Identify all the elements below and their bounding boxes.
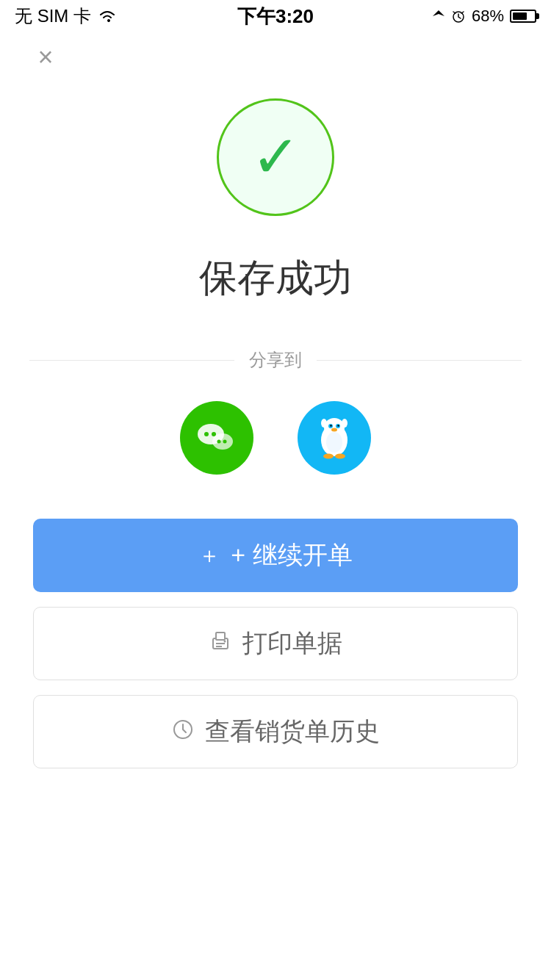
svg-point-4 — [212, 433, 233, 450]
main-content: ✓ 保存成功 分享到 — [0, 32, 551, 768]
success-circle: ✓ — [217, 98, 334, 216]
status-left: 无 SIM 卡 — [15, 4, 118, 28]
svg-point-6 — [223, 440, 227, 444]
qq-share-button[interactable] — [298, 401, 371, 475]
battery-percentage: 68% — [472, 7, 504, 26]
svg-rect-22 — [216, 646, 222, 647]
alarm-icon — [451, 9, 466, 24]
close-icon: × — [37, 44, 53, 71]
share-icons — [180, 401, 371, 475]
wechat-share-button[interactable] — [180, 401, 253, 475]
qq-icon — [312, 414, 356, 462]
status-time: 下午3:20 — [237, 4, 314, 29]
print-button[interactable]: 打印单据 — [33, 607, 518, 680]
continue-button[interactable]: ＋ + 继续开单 — [33, 519, 518, 592]
svg-point-16 — [335, 453, 345, 458]
wechat-icon — [195, 419, 239, 456]
print-label: 打印单据 — [242, 627, 342, 660]
divider-line-left — [29, 360, 234, 361]
no-sim-text: 无 SIM 卡 — [15, 4, 91, 28]
svg-rect-20 — [216, 633, 225, 640]
svg-rect-21 — [216, 643, 225, 644]
action-buttons: ＋ + 继续开单 打印单据 — [33, 519, 518, 768]
svg-point-12 — [337, 425, 339, 426]
share-section: 分享到 — [0, 348, 551, 475]
history-label: 查看销货单历史 — [205, 715, 380, 749]
print-icon — [209, 630, 232, 658]
svg-point-18 — [342, 419, 347, 428]
checkmark-icon: ✓ — [251, 128, 300, 187]
svg-point-14 — [326, 432, 342, 453]
svg-point-15 — [323, 453, 334, 458]
location-icon — [432, 10, 445, 23]
divider-line-right — [317, 360, 522, 361]
svg-point-17 — [321, 419, 327, 428]
status-right: 68% — [432, 7, 536, 26]
wifi-icon — [97, 9, 118, 24]
svg-point-2 — [204, 432, 209, 436]
close-button[interactable]: × — [29, 41, 62, 73]
divider: 分享到 — [0, 348, 551, 372]
share-label: 分享到 — [234, 348, 317, 372]
plus-icon: ＋ — [198, 541, 220, 571]
svg-point-13 — [331, 428, 337, 431]
battery-icon — [510, 10, 536, 23]
history-icon — [171, 718, 195, 746]
svg-point-23 — [224, 640, 226, 642]
status-bar: 无 SIM 卡 下午3:20 68% — [0, 0, 551, 32]
svg-point-3 — [212, 432, 216, 436]
svg-point-5 — [217, 440, 221, 444]
history-button[interactable]: 查看销货单历史 — [33, 695, 518, 768]
continue-label: + 继续开单 — [231, 538, 352, 572]
success-title: 保存成功 — [199, 253, 352, 304]
svg-point-11 — [330, 425, 331, 426]
